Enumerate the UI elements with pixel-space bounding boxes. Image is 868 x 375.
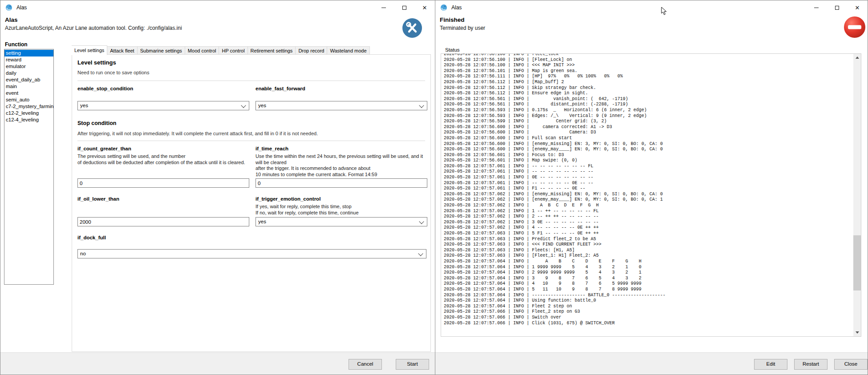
maximize-icon[interactable] [394, 0, 414, 15]
log-line: 2020-05-28 12:07:56.601 | INFO | Focus t… [444, 153, 853, 158]
log-line: 2020-05-28 12:07:57.061 | INFO | 0E -- -… [444, 175, 853, 181]
select-value: yes [80, 103, 88, 108]
log-line: 2020-05-28 12:07:57.062 | INFO | 1 -- ++… [444, 209, 853, 214]
restart-button[interactable]: Restart [794, 359, 827, 370]
select-enable-fast-forward[interactable]: yes [256, 101, 427, 110]
log-line: 2020-05-28 12:07:56.601 | INFO | Map swi… [444, 158, 853, 164]
mouse-cursor [661, 7, 667, 17]
start-button[interactable]: Start [396, 359, 429, 370]
log-line: 2020-05-28 12:07:57.066 | INFO | Switch … [444, 315, 853, 321]
label-enable-fast-forward: enable_fast_forward [256, 86, 305, 91]
log-line: 2020-05-28 12:07:56.561 | INFO | vanish_… [444, 97, 853, 102]
stop-sign-icon [843, 16, 866, 39]
select-value: yes [258, 103, 266, 108]
window-controls: ✕ [373, 0, 435, 15]
alas-log-window: Alas ✕ Finished Terminated by user Statu… [435, 0, 868, 375]
tab[interactable]: Drop record [296, 46, 327, 55]
log-line: 2020-05-28 12:07:57.062 | INFO | [enemy_… [444, 192, 853, 198]
log-line: 2020-05-28 12:07:57.064 | INFO | A B C D… [444, 259, 853, 265]
minimize-icon[interactable] [806, 0, 827, 15]
titlebar-right[interactable]: Alas ✕ [435, 0, 868, 15]
input-if-time-reach[interactable] [256, 178, 427, 188]
label-if-count-greater-than: if_count_greater_than [77, 146, 131, 151]
function-list-item[interactable]: daily [4, 70, 53, 77]
select-value: no [80, 251, 86, 256]
function-list-item[interactable]: semi_auto [4, 97, 53, 103]
tab[interactable]: Mood control [185, 46, 219, 55]
function-list-item[interactable]: c12-4_leveling [4, 117, 53, 123]
page-subtitle: AzurLaneAutoScript, An Azur Lane automat… [5, 25, 182, 31]
log-line: 2020-05-28 12:07:56.600 | INFO | [enemy_… [444, 147, 853, 153]
cancel-button[interactable]: Cancel [349, 359, 382, 370]
alas-config-window: Alas ✕ Alas AzurLaneAutoScript, An Azur … [0, 0, 435, 375]
label-if-trigger-emotion-control: if_trigger_emotion_control [256, 196, 320, 202]
desktop: Alas ✕ Alas AzurLaneAutoScript, An Azur … [0, 0, 868, 375]
log-line: 2020-05-28 12:07:57.064 | INFO | 3 9 8 7… [444, 276, 853, 282]
function-list-item[interactable]: c12-2_leveling [4, 110, 53, 117]
function-list-item[interactable]: reward [4, 56, 53, 63]
function-list[interactable]: settingrewardemulatordailyevent_daily_ab… [4, 49, 54, 285]
select-value: yes [258, 219, 266, 224]
titlebar-left[interactable]: Alas ✕ [0, 0, 435, 15]
log-line: 2020-05-28 12:07:57.064 | INFO | 4 10 9 … [444, 281, 853, 287]
status-log-box: 2020-05-28 12:07:56.100 | INFO | fleet_l… [441, 53, 861, 337]
tab[interactable]: Level settings [72, 45, 107, 55]
function-list-item[interactable]: event_daily_ab [4, 77, 53, 83]
log-scrollbar[interactable] [853, 54, 861, 336]
section-title-stop-condition: Stop condition [77, 120, 116, 126]
help-if-trigger-emotion-control: If yes, wait for reply, complete this ti… [256, 204, 430, 216]
tab[interactable]: Submarine settings [138, 46, 185, 55]
log-line: 2020-05-28 12:07:57.066 | INFO | Click (… [444, 321, 853, 327]
maximize-icon[interactable] [827, 0, 847, 15]
log-line: 2020-05-28 12:07:57.062 | INFO | 4 -- --… [444, 225, 853, 231]
input-if-oil-lower-than[interactable] [77, 217, 249, 226]
edit-button[interactable]: Edit [754, 359, 787, 370]
scroll-up-icon[interactable] [853, 54, 861, 61]
status-subtitle: Terminated by user [440, 25, 485, 31]
section-desc-level-settings: Need to run once to save options [77, 69, 149, 76]
chevron-down-icon [241, 103, 246, 108]
label-if-oil-lower-than: if_oil_lower_than [77, 196, 119, 202]
label-if-time-reach: if_time_reach [256, 146, 288, 151]
log-line: 2020-05-28 12:07:57.063 | INFO | Predict… [444, 237, 853, 242]
function-list-item[interactable]: event [4, 90, 53, 97]
help-if-time-reach: Use the time within the next 24 hours, t… [256, 153, 430, 177]
scrollbar-thumb[interactable] [853, 235, 861, 290]
log-line: 2020-05-28 12:07:57.064 | INFO | 2 9999 … [444, 270, 853, 276]
log-line: 2020-05-28 12:07:57.062 | INFO | 3 0E --… [444, 220, 853, 226]
tab[interactable]: Wasteland mode [327, 46, 369, 55]
log-line: 2020-05-28 12:07:56.100 | INFO | <<< MAP… [444, 63, 853, 69]
log-line: 2020-05-28 12:07:57.063 | INFO | Fleets:… [444, 248, 853, 254]
log-line: 2020-05-28 12:07:56.112 | INFO | [Map_bu… [444, 80, 853, 85]
log-output: 2020-05-28 12:07:56.100 | INFO | fleet_l… [444, 53, 853, 326]
log-line: 2020-05-28 12:07:56.600 | INFO | [enemy_… [444, 141, 853, 147]
log-line: 2020-05-28 12:07:57.062 | INFO | 2 -- ++… [444, 214, 853, 220]
window-controls: ✕ [806, 0, 868, 15]
alas-app-icon [5, 4, 12, 11]
log-line: 2020-05-28 12:07:56.600 | INFO | Full sc… [444, 136, 853, 141]
log-line: 2020-05-28 12:07:57.061 | INFO | F1 -- -… [444, 186, 853, 192]
minimize-icon[interactable] [373, 0, 394, 15]
close-icon[interactable]: ✕ [414, 0, 435, 15]
function-list-item[interactable]: main [4, 83, 53, 90]
settings-tabbar: Level settingsAttack fleetSubmarine sett… [72, 45, 370, 55]
log-line: 2020-05-28 12:07:56.599 | INFO | Center … [444, 119, 853, 125]
scroll-down-icon[interactable] [853, 329, 861, 336]
log-line: 2020-05-28 12:07:56.112 | INFO | Skip st… [444, 85, 853, 91]
select-if-dock-full[interactable]: no [77, 249, 426, 258]
tab[interactable]: Retirement settings [248, 46, 296, 55]
function-list-item[interactable]: emulator [4, 63, 53, 70]
tab[interactable]: HP control [219, 46, 247, 55]
close-icon[interactable]: ✕ [847, 0, 868, 15]
divider [77, 81, 425, 81]
log-line: 2020-05-28 12:07:57.063 | INFO | 5 F1 --… [444, 231, 853, 237]
log-line: 2020-05-28 12:07:57.064 | INFO | -------… [444, 293, 853, 298]
tab[interactable]: Attack fleet [107, 46, 137, 55]
function-list-item[interactable]: c7-2_mystery_farming [4, 103, 53, 110]
close-button[interactable]: Close [834, 359, 868, 370]
function-list-item[interactable]: setting [4, 50, 53, 56]
log-line: 2020-05-28 12:07:57.063 | INFO | <<< FIN… [444, 242, 853, 248]
input-if-count-greater-than[interactable] [77, 178, 249, 188]
select-if-trigger-emotion-control[interactable]: yes [256, 217, 427, 226]
select-enable-stop-condition[interactable]: yes [77, 101, 249, 110]
